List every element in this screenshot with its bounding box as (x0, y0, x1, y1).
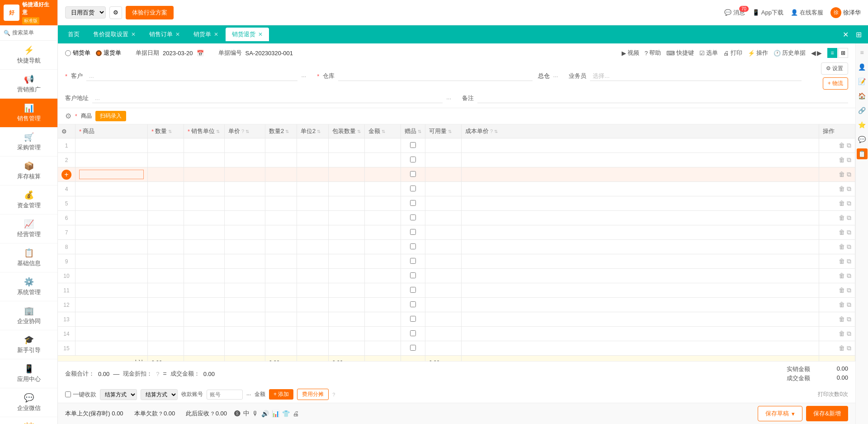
next-record[interactable]: ▶ (817, 49, 822, 57)
delete-row-btn[interactable]: 🗑 (839, 344, 845, 352)
sidebar-item-app[interactable]: 📱 应用中心 (0, 359, 57, 388)
tab-close-sales-order[interactable]: ✕ (175, 31, 180, 38)
message-button[interactable]: 💬 消息 70 (724, 9, 745, 17)
copy-row-btn[interactable]: ⧉ (847, 185, 851, 193)
sidebar-item-marketing[interactable]: 📢 营销推广 (0, 70, 57, 99)
history-btn[interactable]: 🕐 历史单据 (774, 49, 806, 57)
right-icon-8[interactable]: 📋 (857, 148, 868, 159)
tab-close-return[interactable]: ✕ (258, 31, 263, 38)
tab-close-sales[interactable]: ✕ (214, 31, 218, 38)
sidebar-item-shortcut[interactable]: ⚡ 快捷导航 (0, 41, 57, 70)
gear-button[interactable]: ⚙ (109, 6, 122, 19)
delete-row-btn[interactable]: 🗑 (839, 229, 845, 236)
copy-row-btn[interactable]: ⧉ (847, 156, 851, 164)
right-icon-3[interactable]: 📝 (857, 76, 868, 87)
customer-picker[interactable]: ··· (301, 73, 306, 80)
sidebar-item-finance[interactable]: 💰 资金管理 (0, 186, 57, 214)
sidebar-item-enterprise[interactable]: 🏢 企业协同 (0, 301, 57, 330)
sidebar-item-sales[interactable]: 📊 销售管理 (0, 99, 57, 128)
sidebar-item-basic[interactable]: 📋 基础信息 (0, 243, 57, 272)
delete-row-btn[interactable]: 🗑 (839, 315, 845, 323)
account-input[interactable] (207, 390, 243, 400)
sidebar-item-inventory[interactable]: 📦 库存核算 (0, 157, 57, 186)
delete-row-btn[interactable]: 🗑 (839, 156, 845, 164)
tab-sales[interactable]: 销货单 ✕ (187, 28, 225, 41)
copy-row-btn[interactable]: ⧉ (847, 330, 851, 338)
view-grid[interactable]: ⊞ (838, 48, 848, 58)
sidebar-item-system[interactable]: ⚙️ 系统管理 (0, 272, 57, 301)
fee-split-button[interactable]: 费用分摊 (297, 389, 329, 400)
copy-row-btn[interactable]: ⧉ (847, 142, 851, 149)
payment-method-select[interactable]: 结算方式 (100, 389, 137, 400)
staff-input[interactable] (590, 71, 801, 81)
logistics-button[interactable]: + 物流 (823, 77, 848, 90)
radio-return[interactable]: 退货单 (96, 49, 121, 57)
sidebar-item-member[interactable]: 👑 畅会员 (0, 417, 57, 424)
user-avatar[interactable]: 徐 徐泽华 (830, 7, 861, 18)
copy-row-btn[interactable]: ⧉ (847, 200, 851, 207)
save-draft-button[interactable]: 保存草稿 ▾ (758, 406, 802, 421)
online-service-button[interactable]: 👤 在线客服 (791, 9, 823, 17)
delete-row-btn[interactable]: 🗑 (839, 272, 845, 280)
close-all-tabs[interactable]: ✕ (840, 29, 851, 40)
delete-row-btn[interactable]: 🗑 (839, 257, 845, 265)
add-payment-button[interactable]: + 添加 (269, 389, 293, 400)
delete-row-btn[interactable]: 🗑 (839, 330, 845, 338)
tab-sales-return[interactable]: 销货退货 ✕ (226, 28, 269, 41)
customer-input[interactable] (86, 71, 297, 81)
sidebar-item-operations[interactable]: 📈 经营管理 (0, 214, 57, 243)
delete-row-btn[interactable]: 🗑 (839, 301, 845, 309)
delete-row-btn[interactable]: 🗑 (839, 171, 845, 178)
copy-row-btn[interactable]: ⧉ (847, 344, 851, 352)
print-btn[interactable]: 🖨 打印 (723, 49, 742, 57)
copy-row-btn[interactable]: ⧉ (847, 243, 851, 251)
copy-row-btn[interactable]: ⧉ (847, 315, 851, 323)
sidebar-item-wechat[interactable]: 💬 企业微信 (0, 388, 57, 417)
daily-select[interactable]: 日用百货 (65, 6, 106, 19)
view-list[interactable]: ≡ (827, 48, 837, 58)
setting-button[interactable]: ⚙ 设置 (821, 62, 848, 75)
column-settings-icon[interactable]: ⚙ (65, 112, 71, 120)
radio-sales[interactable]: 销货单 (65, 49, 90, 57)
cash-discount-help[interactable]: ? (156, 371, 159, 377)
delete-row-btn[interactable]: 🗑 (839, 243, 845, 251)
one-key-payment-checkbox[interactable]: 一键收款 (65, 391, 96, 399)
debt-help[interactable]: ? (159, 411, 162, 416)
goods-input-active[interactable] (79, 170, 144, 179)
tab-close-price[interactable]: ✕ (131, 31, 136, 38)
right-icon-4[interactable]: 🏠 (857, 91, 868, 101)
delete-row-btn[interactable]: 🗑 (839, 200, 845, 207)
expand-tabs[interactable]: ⊞ (853, 29, 864, 40)
copy-row-btn[interactable]: ⧉ (847, 171, 851, 178)
prev-record[interactable]: ◀ (811, 49, 816, 57)
shortcut-btn[interactable]: ⌨ 快捷键 (666, 49, 694, 57)
sidebar-item-guide[interactable]: 🎓 新手引导 (0, 330, 57, 359)
right-icon-5[interactable]: 🔗 (857, 105, 868, 116)
copy-row-btn[interactable]: ⧉ (847, 286, 851, 294)
warehouse-input[interactable] (338, 71, 532, 81)
right-icon-2[interactable]: 👤 (857, 62, 868, 72)
save-new-button[interactable]: 保存&新增 (806, 406, 848, 421)
app-download-button[interactable]: 📱 App下载 (752, 9, 783, 17)
sidebar-item-purchase[interactable]: 🛒 采购管理 (0, 128, 57, 157)
help-btn[interactable]: ? 帮助 (645, 49, 661, 57)
add-row-button[interactable]: + (61, 170, 71, 180)
copy-row-btn[interactable]: ⧉ (847, 272, 851, 280)
calendar-icon[interactable]: 📅 (197, 50, 204, 57)
address-input[interactable] (92, 93, 443, 103)
address-picker[interactable]: ··· (446, 95, 451, 102)
trial-button[interactable]: 体验行业方案 (126, 6, 174, 19)
operation-btn[interactable]: ⚡ 操作 (748, 49, 768, 57)
copy-row-btn[interactable]: ⧉ (847, 214, 851, 222)
right-icon-7[interactable]: 💬 (857, 134, 868, 145)
tab-sales-order[interactable]: 销售订单 ✕ (143, 28, 186, 41)
note-input[interactable] (477, 93, 848, 103)
copy-row-btn[interactable]: ⧉ (847, 301, 851, 309)
scan-input-button[interactable]: 扫码录入 (95, 111, 126, 121)
select-btn[interactable]: ☑ 选单 (699, 49, 718, 57)
receivable-help[interactable]: ? (211, 411, 214, 416)
summary-method-select[interactable]: 结算方式 (141, 389, 178, 400)
copy-row-btn[interactable]: ⧉ (847, 257, 851, 265)
fee-help-icon[interactable]: ? (332, 392, 335, 397)
sidebar-search[interactable]: 🔍 搜索菜单 (0, 25, 57, 41)
